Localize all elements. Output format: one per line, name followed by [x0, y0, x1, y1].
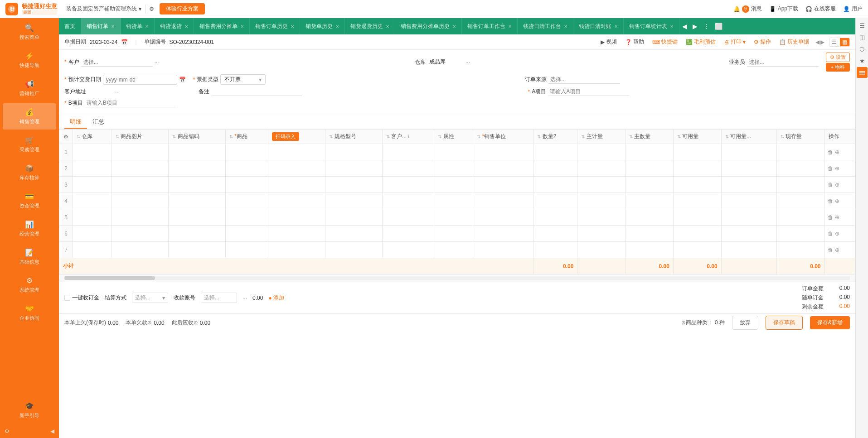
cell-available2[interactable] — [721, 177, 776, 193]
cell-available[interactable] — [673, 226, 721, 242]
cell-attr[interactable] — [434, 242, 473, 258]
cell-main-qty[interactable] — [626, 177, 674, 193]
cell-main-unit[interactable] — [577, 226, 626, 242]
cell-available2[interactable] — [721, 242, 776, 258]
cell-attr[interactable] — [434, 144, 473, 160]
add-payment-btn[interactable]: ● 添加 — [268, 294, 284, 302]
cell-customer-code[interactable] — [382, 193, 434, 209]
delete-row-icon[interactable]: 🗑 — [828, 214, 833, 221]
sidebar-item-finance[interactable]: 💳 资金管理 — [3, 188, 56, 214]
cell-scan[interactable] — [268, 226, 325, 242]
tab-prev-btn[interactable]: ◀ — [679, 18, 690, 34]
one-click-label[interactable]: 一键收订金 — [64, 294, 99, 302]
cell-customer-code[interactable] — [382, 242, 434, 258]
cell-stock[interactable] — [776, 226, 824, 242]
cell-warehouse[interactable] — [73, 226, 112, 242]
tab-order-workbench[interactable]: 销售订单工作台 ✕ — [462, 18, 518, 34]
cell-product[interactable] — [225, 160, 268, 177]
cell-sales-unit[interactable] — [473, 242, 533, 258]
tab-sales-expense[interactable]: 销售费用分摊单 ✕ — [194, 18, 250, 34]
close-tab-icon[interactable]: ✕ — [291, 24, 294, 29]
cell-available2[interactable] — [721, 226, 776, 242]
add-material-btn[interactable]: + 物料 — [826, 63, 850, 72]
cell-product[interactable] — [225, 193, 268, 209]
cell-qty2[interactable] — [533, 226, 577, 242]
sidebar-item-inventory[interactable]: 📦 库存核算 — [3, 159, 56, 186]
cell-spec[interactable] — [325, 144, 382, 160]
cell-sales-unit[interactable] — [473, 144, 533, 160]
cell-product[interactable] — [225, 144, 268, 160]
close-tab-icon[interactable]: ✕ — [335, 24, 339, 29]
delete-row-icon[interactable]: 🗑 — [828, 198, 833, 204]
cell-product-code[interactable] — [169, 177, 225, 193]
settlement-select[interactable]: 选择... ▾ — [132, 293, 168, 303]
cell-available[interactable] — [673, 209, 721, 226]
cell-sales-unit[interactable] — [473, 209, 533, 226]
tab-sales-slip-history[interactable]: 销货单历史 ✕ — [300, 18, 345, 34]
industry-btn[interactable]: 体验行业方案 — [160, 3, 205, 14]
sidebar-item-search[interactable]: 🔍 搜索菜单 — [3, 19, 56, 45]
save-new-btn[interactable]: 保存&新增 — [810, 316, 850, 329]
rp-btn-5[interactable] — [857, 67, 868, 78]
scan-btn[interactable]: 扫码录入 — [272, 132, 299, 141]
more2-icon[interactable]: ··· — [242, 295, 247, 301]
cell-spec[interactable] — [325, 160, 382, 177]
customer-input[interactable] — [81, 58, 153, 67]
cell-available2[interactable] — [721, 209, 776, 226]
delete-row-icon[interactable]: 🗑 — [828, 165, 833, 172]
calendar2-icon[interactable]: 📅 — [179, 77, 186, 83]
hscroll-bar[interactable] — [64, 276, 850, 280]
cell-customer-code[interactable] — [382, 160, 434, 177]
cell-available[interactable] — [673, 177, 721, 193]
cell-product-img[interactable] — [112, 177, 169, 193]
cell-main-qty[interactable] — [626, 193, 674, 209]
cell-scan[interactable] — [268, 242, 325, 258]
tab-sales-return[interactable]: 销货退货 ✕ — [155, 18, 194, 34]
tab-sales-slip[interactable]: 销货单 ✕ — [121, 18, 155, 34]
online-service-btn[interactable]: 🎧 在线客服 — [805, 5, 836, 13]
invoice-type-select[interactable]: 不开票 ▾ — [220, 74, 266, 85]
discard-btn[interactable]: 放弃 — [732, 316, 758, 330]
cell-warehouse[interactable] — [73, 144, 112, 160]
cell-warehouse[interactable] — [73, 160, 112, 177]
close-tab-icon[interactable]: ✕ — [614, 24, 618, 29]
cell-stock[interactable] — [776, 144, 824, 160]
tab-expense-history[interactable]: 销售费用分摊单历史 ✕ — [395, 18, 462, 34]
sidebar-settings-icon[interactable]: ⚙ — [5, 428, 10, 434]
cell-main-qty[interactable] — [626, 242, 674, 258]
copy-row-icon[interactable]: ⊕ — [835, 231, 839, 237]
cell-available2[interactable] — [721, 160, 776, 177]
cell-sales-unit[interactable] — [473, 177, 533, 193]
help-btn[interactable]: ❓ 帮助 — [623, 37, 646, 47]
cell-product-code[interactable] — [169, 226, 225, 242]
sidebar-item-base[interactable]: 📝 基础信息 — [3, 244, 56, 270]
cell-attr[interactable] — [434, 160, 473, 177]
cell-attr[interactable] — [434, 209, 473, 226]
hscroll-thumb[interactable] — [64, 276, 155, 280]
tab-summary[interactable]: 汇总 — [87, 116, 110, 129]
cell-main-unit[interactable] — [577, 242, 626, 258]
print-btn[interactable]: 🖨 打印 ▾ — [722, 37, 747, 47]
copy-row-icon[interactable]: ⊕ — [835, 149, 839, 155]
close-tab-icon[interactable]: ✕ — [386, 24, 389, 29]
cell-spec[interactable] — [325, 242, 382, 258]
settings-btn[interactable]: ⚙ 设置 — [826, 53, 850, 62]
cell-qty2[interactable] — [533, 242, 577, 258]
cell-main-qty[interactable] — [626, 160, 674, 177]
cell-spec[interactable] — [325, 226, 382, 242]
delete-row-icon[interactable]: 🗑 — [828, 182, 833, 188]
rp-btn-3[interactable]: ⬡ — [857, 43, 868, 54]
settings-icon[interactable]: ⚙ — [149, 6, 154, 12]
col-settings-icon[interactable]: ⚙ — [63, 134, 68, 140]
tab-maximize-btn[interactable]: ⬜ — [712, 18, 725, 34]
cell-product[interactable] — [225, 177, 268, 193]
a-project-input[interactable] — [548, 87, 630, 96]
cell-spec[interactable] — [325, 209, 382, 226]
cell-product-img[interactable] — [112, 193, 169, 209]
sidebar-item-quick[interactable]: ⚡ 快捷导航 — [3, 47, 56, 73]
cell-available2[interactable] — [721, 193, 776, 209]
sidebar-item-operation[interactable]: 📊 经营管理 — [3, 216, 56, 242]
close-tab-icon[interactable]: ✕ — [240, 24, 244, 29]
cell-stock[interactable] — [776, 160, 824, 177]
cell-main-qty[interactable] — [626, 226, 674, 242]
